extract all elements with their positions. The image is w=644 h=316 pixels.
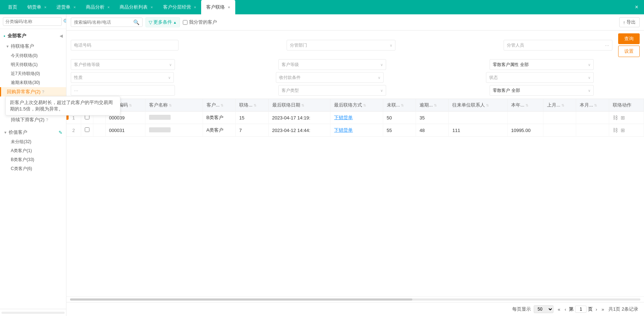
- horizontal-scrollbar[interactable]: [70, 298, 640, 301]
- nav-customer-segment-close[interactable]: ×: [194, 0, 196, 14]
- retail-customer-field[interactable]: 零散客户 全部 ∨: [490, 85, 594, 96]
- page-total: 共1页 2条记录: [608, 306, 638, 312]
- nav-customer-segment[interactable]: 客户分层经营 ×: [158, 0, 201, 14]
- price-level-field[interactable]: 客户价格等级 ∨: [71, 59, 175, 70]
- filter-search-icon[interactable]: 🔍: [133, 19, 139, 25]
- row-name-1: [145, 112, 203, 124]
- value-customers-edit-icon[interactable]: ✎: [59, 130, 62, 135]
- nav-home[interactable]: 首页: [3, 0, 22, 14]
- sort-overdue-icon[interactable]: ⇅: [434, 103, 437, 107]
- sidebar-continuous-down[interactable]: 持续下滑客户(2) ?: [0, 115, 66, 124]
- manager-field[interactable]: 分管人员 ···: [504, 40, 612, 51]
- nav-sales-close[interactable]: ×: [44, 0, 46, 14]
- sort-unread-icon[interactable]: ⇅: [401, 103, 404, 107]
- nav-purchase-close[interactable]: ×: [73, 0, 75, 14]
- row-contact-2: 7: [236, 124, 268, 137]
- current-page-input[interactable]: [575, 306, 587, 313]
- sidebar-bottom-scroll[interactable]: [0, 309, 66, 316]
- sidebar-all-customers[interactable]: ▪ 全部客户 ◀: [0, 30, 66, 41]
- sidebar-overdue-contact[interactable]: 逾期未联络(30): [0, 78, 66, 87]
- my-customers-checkbox-label[interactable]: 我分管的客户: [183, 19, 217, 25]
- nav-purchase[interactable]: 进货单 ×: [51, 0, 80, 14]
- department-field[interactable]: 分管部门 ∨: [287, 40, 395, 51]
- last-page-button[interactable]: »: [600, 306, 606, 313]
- more-conditions-button[interactable]: ▽ 更多条件 ▲: [145, 17, 180, 27]
- action-link-icon-1[interactable]: ⛓: [613, 115, 618, 121]
- sort-this-month-icon[interactable]: ⇅: [594, 103, 597, 107]
- repurchase-hint-icon[interactable]: ?: [42, 90, 44, 94]
- sidebar-search-input[interactable]: [3, 17, 62, 26]
- retail-customer-arrow: ∨: [588, 89, 590, 93]
- row-last-way-2[interactable]: 下销货单: [330, 124, 383, 137]
- pending-contact-header[interactable]: ▼ 待联络客户: [0, 41, 66, 51]
- sidebar-b-class[interactable]: B类客户(33): [0, 155, 66, 164]
- next-page-button[interactable]: ›: [594, 306, 598, 313]
- filter-icon: ▽: [149, 20, 152, 25]
- row-index-2: 2: [66, 124, 81, 137]
- row-contact-person-1: [449, 112, 507, 124]
- sidebar-tree: ▪ 全部客户 ◀ ▼ 待联络客户 今天待联络(0) 明天待联络(1) 近7天待联…: [0, 29, 66, 309]
- continuous-down-hint-icon[interactable]: ?: [46, 118, 48, 122]
- sidebar-tomorrow-contact[interactable]: 明天待联络(1): [0, 60, 66, 69]
- sort-code-icon[interactable]: ⇅: [129, 103, 132, 107]
- per-page-select[interactable]: 50 100 200: [534, 305, 553, 313]
- sort-way-icon[interactable]: ⇅: [363, 103, 366, 107]
- sort-level-icon[interactable]: ⇅: [221, 103, 223, 107]
- payment-field[interactable]: 收付款条件 ∨: [276, 72, 384, 83]
- nav-sales[interactable]: 销货单 ×: [22, 0, 51, 14]
- nav-analysis-list[interactable]: 商品分析列表 ×: [115, 0, 158, 14]
- scrollbar-thumb[interactable]: [70, 298, 412, 301]
- prev-page-button[interactable]: ‹: [563, 306, 567, 313]
- retail-attr-field[interactable]: 零散客户属性 全部 ∨: [490, 59, 594, 70]
- row-unread-2: 55: [383, 124, 416, 137]
- export-button[interactable]: ↑ 导出: [619, 17, 640, 27]
- sidebar-c-class[interactable]: C类客户(6): [0, 164, 66, 173]
- my-customers-checkbox[interactable]: [183, 20, 187, 25]
- nav-customer-contact[interactable]: 客户联络 ×: [201, 0, 235, 14]
- nav-analysis-close[interactable]: ×: [107, 0, 110, 14]
- tooltip-box: 距客户上次交易时长，超过了此客户的平均交易周期的1.5倍，则视为异常。: [5, 96, 120, 115]
- nav-customer-contact-close[interactable]: ×: [228, 0, 230, 14]
- row-code-2: 000031: [105, 124, 145, 137]
- action-grid-icon-1[interactable]: ⊞: [621, 115, 625, 121]
- page-unit: 页: [588, 306, 593, 312]
- more-filters-dots[interactable]: ···: [71, 85, 175, 96]
- filter-row-1: 电话号码 分管部门 ∨ 分管人员 ··· 查询 设置: [71, 33, 640, 57]
- row-select-2[interactable]: [85, 127, 89, 132]
- horizontal-scrollbar-area: [66, 296, 644, 302]
- status-field[interactable]: 状态 ∨: [486, 72, 594, 83]
- sort-contact-icon[interactable]: ⇅: [254, 103, 256, 107]
- customer-level-arrow: ∨: [380, 63, 383, 67]
- row-checkbox-2[interactable]: [81, 124, 93, 137]
- first-page-button[interactable]: «: [556, 306, 562, 313]
- phone-field[interactable]: 电话号码: [71, 40, 179, 51]
- sidebar-search-button[interactable]: 🔍: [62, 18, 66, 25]
- action-grid-icon-2[interactable]: ⊞: [621, 127, 625, 133]
- sort-name-icon[interactable]: ⇅: [169, 103, 172, 107]
- sort-date-icon[interactable]: ⇅: [301, 103, 304, 107]
- sidebar-a-class[interactable]: A类客户(1): [0, 146, 66, 155]
- filter-search-input[interactable]: [74, 20, 133, 25]
- value-customers-header[interactable]: ▼ 价值客户 ✎: [0, 127, 66, 137]
- sidebar-week-contact[interactable]: 近7天待联络(0): [0, 69, 66, 78]
- window-close-button[interactable]: ×: [632, 4, 641, 10]
- nature-field[interactable]: 性质 ∨: [71, 72, 174, 83]
- action-link-icon-2[interactable]: ⛓: [613, 127, 618, 133]
- sidebar-ungroup[interactable]: 未分组(32): [0, 137, 66, 146]
- th-this-month: 本月...⇅: [576, 99, 609, 112]
- sidebar-repurchase-abnormal[interactable]: 回购异常客户(2) ?: [0, 87, 66, 96]
- th-name: 客户名称⇅: [145, 99, 203, 112]
- sidebar-today-contact[interactable]: 今天待联络(0): [0, 51, 66, 60]
- nav-analysis-list-close[interactable]: ×: [150, 0, 153, 14]
- row-last-way-1[interactable]: 下销货单: [330, 112, 383, 124]
- content-area: 🔍 ▽ 更多条件 ▲ 我分管的客户 ↑ 导出 电话号码: [66, 14, 644, 316]
- sort-last-month-icon[interactable]: ⇅: [561, 103, 564, 107]
- sort-year-icon[interactable]: ⇅: [525, 103, 528, 107]
- query-button[interactable]: 查询: [618, 33, 640, 44]
- nav-analysis[interactable]: 商品分析 ×: [81, 0, 115, 14]
- customer-type-field[interactable]: 客户类型 ∨: [278, 85, 386, 96]
- customer-level-field[interactable]: 客户等级 ∨: [278, 59, 386, 70]
- settings-button[interactable]: 设置: [618, 46, 640, 57]
- sidebar-search-area: 🔍: [0, 14, 66, 29]
- sort-person-icon[interactable]: ⇅: [486, 103, 489, 107]
